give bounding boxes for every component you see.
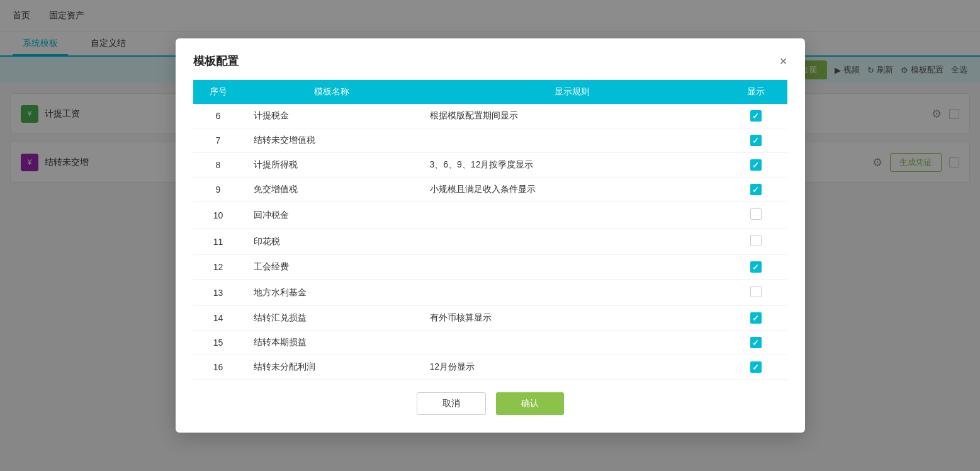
cancel-button[interactable]: 取消 <box>417 392 486 415</box>
cell-name: 计提所得税 <box>244 153 420 178</box>
cell-checkbox <box>724 280 787 306</box>
cell-name: 计提税金 <box>244 104 420 128</box>
cell-rule <box>420 331 724 355</box>
cell-checkbox <box>724 355 787 380</box>
table-header-row: 序号 模板名称 显示规则 显示 <box>193 80 787 104</box>
cell-name: 结转本期损益 <box>244 331 420 355</box>
modal-footer: 取消 确认 <box>193 392 787 415</box>
checkbox-row-1[interactable] <box>750 135 762 146</box>
cell-name: 回冲税金 <box>244 202 420 229</box>
cell-seq: 11 <box>193 229 244 255</box>
table-row: 8计提所得税3、6、9、12月按季度显示 <box>193 153 787 178</box>
modal-close-button[interactable]: × <box>780 55 787 67</box>
cell-name: 结转汇兑损益 <box>244 306 420 331</box>
cell-seq: 13 <box>193 280 244 306</box>
cell-rule: 根据模版配置期间显示 <box>420 104 724 128</box>
table-row: 16结转未分配利润12月份显示 <box>193 355 787 380</box>
cell-name: 工会经费 <box>244 255 420 280</box>
cell-rule: 3、6、9、12月按季度显示 <box>420 153 724 178</box>
cell-seq: 7 <box>193 128 244 153</box>
config-table-wrapper: 序号 模板名称 显示规则 显示 6计提税金根据模版配置期间显示7结转未交增值税8… <box>193 80 787 380</box>
th-display: 显示 <box>724 80 787 104</box>
cell-seq: 6 <box>193 104 244 128</box>
table-row: 15结转本期损益 <box>193 331 787 355</box>
cell-name: 免交增值税 <box>244 178 420 202</box>
cell-seq: 15 <box>193 331 244 355</box>
cell-checkbox <box>724 153 787 178</box>
cell-rule <box>420 202 724 229</box>
cell-seq: 8 <box>193 153 244 178</box>
cell-checkbox <box>724 255 787 280</box>
checkbox-row-0[interactable] <box>750 110 762 122</box>
cell-seq: 16 <box>193 355 244 380</box>
th-seq: 序号 <box>193 80 244 104</box>
checkbox-row-9[interactable] <box>750 337 762 348</box>
checkbox-row-4[interactable] <box>750 208 762 220</box>
table-row: 12工会经费 <box>193 255 787 280</box>
cell-rule: 小规模且满足收入条件显示 <box>420 178 724 202</box>
checkbox-row-3[interactable] <box>750 184 762 195</box>
cell-name: 印花税 <box>244 229 420 255</box>
th-rule: 显示规则 <box>420 80 724 104</box>
checkbox-row-5[interactable] <box>750 235 762 246</box>
table-row: 13地方水利基金 <box>193 280 787 306</box>
cell-seq: 10 <box>193 202 244 229</box>
cell-checkbox <box>724 202 787 229</box>
cell-checkbox <box>724 229 787 255</box>
cell-rule: 有外币核算显示 <box>420 306 724 331</box>
cell-seq: 12 <box>193 255 244 280</box>
cell-name: 结转未交增值税 <box>244 128 420 153</box>
cell-checkbox <box>724 128 787 153</box>
checkbox-row-2[interactable] <box>750 159 762 171</box>
cell-checkbox <box>724 178 787 202</box>
cell-rule: 12月份显示 <box>420 355 724 380</box>
cell-rule <box>420 255 724 280</box>
cell-checkbox <box>724 331 787 355</box>
cell-name: 结转未分配利润 <box>244 355 420 380</box>
cell-rule <box>420 229 724 255</box>
modal-header: 模板配置 × <box>193 54 787 69</box>
modal-overlay: 模板配置 × 序号 模板名称 显示规则 显示 6计提税金根据模版配置期间显示7结… <box>0 0 980 471</box>
table-row: 9免交增值税小规模且满足收入条件显示 <box>193 178 787 202</box>
table-row: 14结转汇兑损益有外币核算显示 <box>193 306 787 331</box>
table-row: 11印花税 <box>193 229 787 255</box>
th-name: 模板名称 <box>244 80 420 104</box>
checkbox-row-6[interactable] <box>750 261 762 273</box>
cell-checkbox <box>724 306 787 331</box>
cell-seq: 9 <box>193 178 244 202</box>
cell-checkbox <box>724 104 787 128</box>
checkbox-row-10[interactable] <box>750 361 762 373</box>
cell-seq: 14 <box>193 306 244 331</box>
table-row: 6计提税金根据模版配置期间显示 <box>193 104 787 128</box>
cell-rule <box>420 280 724 306</box>
table-row: 10回冲税金 <box>193 202 787 229</box>
template-config-modal: 模板配置 × 序号 模板名称 显示规则 显示 6计提税金根据模版配置期间显示7结… <box>176 38 805 433</box>
cell-name: 地方水利基金 <box>244 280 420 306</box>
modal-title: 模板配置 <box>193 54 239 69</box>
cell-rule <box>420 128 724 153</box>
table-row: 7结转未交增值税 <box>193 128 787 153</box>
checkbox-row-7[interactable] <box>750 286 762 297</box>
config-table: 序号 模板名称 显示规则 显示 6计提税金根据模版配置期间显示7结转未交增值税8… <box>193 80 787 380</box>
checkbox-row-8[interactable] <box>750 312 762 324</box>
confirm-button[interactable]: 确认 <box>496 392 564 415</box>
